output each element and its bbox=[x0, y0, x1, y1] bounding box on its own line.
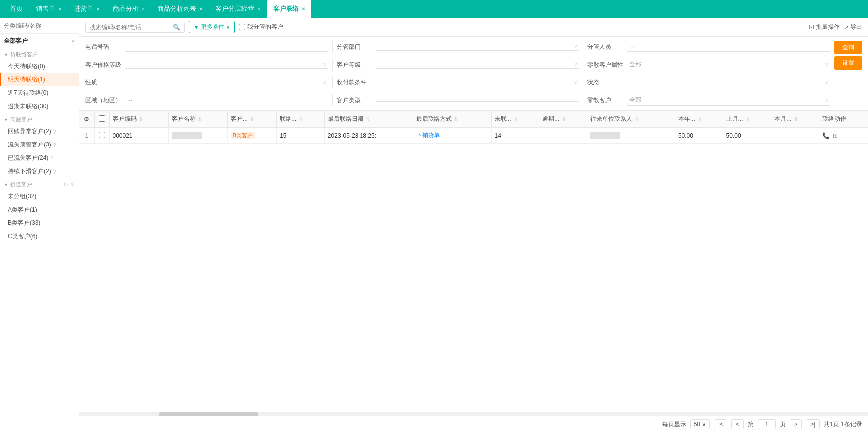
col-last-date[interactable]: 最后联络日期 ⇅ bbox=[324, 111, 413, 128]
col-type[interactable]: 客户... ⇅ bbox=[227, 111, 276, 128]
help-icon-2[interactable]: ? bbox=[50, 155, 53, 161]
payment-select[interactable]: ∨ bbox=[376, 78, 579, 86]
row-last-month: 50.00 bbox=[723, 128, 771, 144]
all-customers-title[interactable]: 全部客户 « bbox=[0, 34, 79, 48]
help-icon-0[interactable]: ? bbox=[53, 129, 56, 135]
page-number-input[interactable] bbox=[758, 419, 776, 429]
sidebar-item-class-c[interactable]: C类客户(6) bbox=[0, 230, 79, 243]
gender-label: 性质 bbox=[85, 78, 125, 87]
sort-last-date-icon: ⇅ bbox=[366, 117, 370, 122]
col-this-year[interactable]: 本年... ⇅ bbox=[675, 111, 723, 128]
help-icon-1[interactable]: ? bbox=[53, 142, 56, 148]
person-select[interactable]: ··· bbox=[627, 42, 830, 52]
col-code[interactable]: 客户编码 ⇅ bbox=[109, 111, 168, 128]
my-customers-checkbox[interactable] bbox=[239, 24, 245, 30]
sidebar-item-today-pending[interactable]: 今天待联络(0) bbox=[0, 60, 79, 73]
retail-customer-select[interactable]: 全部 ∨ bbox=[627, 95, 830, 106]
next-page-button[interactable]: > bbox=[790, 419, 802, 429]
checkbox-square-icon: ☑ bbox=[809, 24, 814, 31]
divider-8 bbox=[583, 94, 583, 106]
close-customer-contact-icon[interactable]: × bbox=[302, 6, 305, 12]
grid-action-icon[interactable]: ⊞ bbox=[833, 132, 838, 139]
customer-type-select[interactable] bbox=[376, 99, 579, 102]
total-records-label: 共1页 1条记录 bbox=[824, 420, 862, 429]
col-last-month[interactable]: 上月... ⇅ bbox=[723, 111, 771, 128]
col-setting[interactable]: ⚙ bbox=[79, 111, 94, 128]
edit-icon[interactable]: ✎ bbox=[70, 181, 75, 188]
first-page-button[interactable]: |< bbox=[714, 419, 727, 429]
filter-retail-customer: 零散客户 全部 ∨ bbox=[587, 95, 830, 106]
search-icon[interactable]: 🔍 bbox=[173, 24, 180, 31]
toolbar: 🔍 ▼ 更多条件 ∧ 我分管的客户 ☑ 批量操作 ↗ 导出 bbox=[79, 18, 868, 37]
customer-type-label: 客户类型 bbox=[337, 96, 376, 105]
sidebar-item-ungrouped[interactable]: 未分组(32) bbox=[0, 190, 79, 203]
status-select[interactable]: ∨ bbox=[627, 78, 830, 86]
nav-purchase-order[interactable]: 进货单 × bbox=[68, 0, 105, 18]
phone-input[interactable] bbox=[125, 42, 328, 52]
phone-action-icon[interactable]: 📞 bbox=[822, 132, 830, 139]
sidebar-item-churned[interactable]: 已流失客户(24) ? bbox=[0, 151, 79, 165]
col-overdue[interactable]: 逾期... ⇅ bbox=[539, 111, 587, 128]
sidebar-item-overdue-contact[interactable]: 逾期未联络(30) bbox=[0, 100, 79, 113]
collapse-icon: « bbox=[72, 38, 75, 44]
refresh-icon[interactable]: ↻ bbox=[63, 181, 68, 188]
page-size-select[interactable]: 50 ∨ bbox=[690, 419, 710, 429]
prev-page-button[interactable]: < bbox=[731, 419, 744, 429]
nav-customer-layered[interactable]: 客户分层经营 × bbox=[210, 0, 266, 18]
nav-home[interactable]: 首页 bbox=[4, 0, 29, 18]
close-purchase-order-icon[interactable]: × bbox=[96, 6, 99, 12]
horizontal-scrollbar[interactable] bbox=[79, 412, 868, 416]
batch-operation-button[interactable]: ☑ 批量操作 bbox=[809, 23, 840, 31]
close-product-analysis-list-icon[interactable]: × bbox=[199, 6, 202, 12]
close-product-analysis-icon[interactable]: × bbox=[142, 6, 145, 12]
col-contact[interactable]: 联络... ⇅ bbox=[277, 111, 325, 128]
query-button[interactable]: 查询 bbox=[834, 41, 862, 54]
row-name bbox=[168, 128, 227, 144]
sidebar-item-class-a[interactable]: A类客户(1) bbox=[0, 203, 79, 216]
more-filter-button[interactable]: ▼ 更多条件 ∧ bbox=[189, 21, 235, 33]
sidebar-item-churn-warning[interactable]: 流失预警客户(3) ? bbox=[0, 138, 79, 151]
export-button[interactable]: ↗ 导出 bbox=[844, 23, 862, 31]
toolbar-right: ☑ 批量操作 ↗ 导出 bbox=[809, 23, 862, 31]
blurred-name bbox=[172, 132, 202, 139]
sidebar-item-abnormal-repurchase[interactable]: 回购异常客户(2) ? bbox=[0, 125, 79, 138]
sidebar-item-declining[interactable]: 持续下滑客户(2) ? bbox=[0, 165, 79, 178]
nav-sales-order[interactable]: 销售单 × bbox=[30, 0, 67, 18]
sidebar-item-class-b[interactable]: B类客户(33) bbox=[0, 216, 79, 230]
nav-product-analysis-list[interactable]: 商品分析列表 × bbox=[151, 0, 208, 18]
close-customer-layered-icon[interactable]: × bbox=[257, 6, 260, 12]
search-input[interactable] bbox=[90, 24, 171, 31]
gender-select[interactable]: ∨ bbox=[125, 78, 328, 86]
nav-customer-contact[interactable]: 客户联络 × bbox=[267, 0, 311, 18]
sidebar-item-7days-pending[interactable]: 近7天待联络(0) bbox=[0, 86, 79, 100]
setting-icon[interactable]: ⚙ bbox=[84, 116, 89, 123]
col-last-method[interactable]: 最后联络方式 ⇅ bbox=[413, 111, 491, 128]
pending-group-label: ▼ 待联络客户 bbox=[0, 48, 79, 60]
close-sales-order-icon[interactable]: × bbox=[58, 6, 61, 12]
retail-attr-select[interactable]: 全部 ∨ bbox=[627, 59, 830, 70]
row-checkbox[interactable] bbox=[99, 132, 105, 138]
col-contact-person[interactable]: 往来单位联系人 ⇅ bbox=[587, 111, 675, 128]
nav-product-analysis[interactable]: 商品分析 × bbox=[107, 0, 150, 18]
set-button[interactable]: 设置 bbox=[834, 56, 862, 70]
help-icon-3[interactable]: ? bbox=[53, 169, 56, 175]
dept-select[interactable]: ∨ bbox=[376, 43, 579, 51]
region-select[interactable]: ··· bbox=[125, 96, 328, 105]
select-all-checkbox[interactable] bbox=[99, 115, 105, 122]
col-not-contacted[interactable]: 未联... ⇅ bbox=[491, 111, 539, 128]
per-page-label: 每页显示 bbox=[662, 420, 686, 429]
divider-6 bbox=[583, 76, 583, 88]
price-grade-chevron-icon: ∨ bbox=[323, 62, 326, 67]
divider-1 bbox=[332, 41, 333, 53]
my-customers-checkbox-label[interactable]: 我分管的客户 bbox=[239, 23, 283, 31]
col-name[interactable]: 客户名称 ⇅ bbox=[168, 111, 227, 128]
price-grade-select[interactable]: ∨ bbox=[125, 61, 328, 69]
last-method-link[interactable]: 下销货单 bbox=[416, 132, 440, 139]
sidebar-item-tomorrow-pending[interactable]: 明天待联络(1) bbox=[0, 73, 79, 86]
status-label: 状态 bbox=[587, 78, 627, 87]
sort-type-icon: ⇅ bbox=[250, 117, 254, 122]
col-this-month[interactable]: 本月... ⇅ bbox=[771, 111, 819, 128]
last-page-button[interactable]: >| bbox=[806, 419, 820, 429]
sidebar-search-input[interactable] bbox=[4, 22, 78, 29]
customer-grade-select[interactable]: ∨ bbox=[376, 61, 579, 69]
